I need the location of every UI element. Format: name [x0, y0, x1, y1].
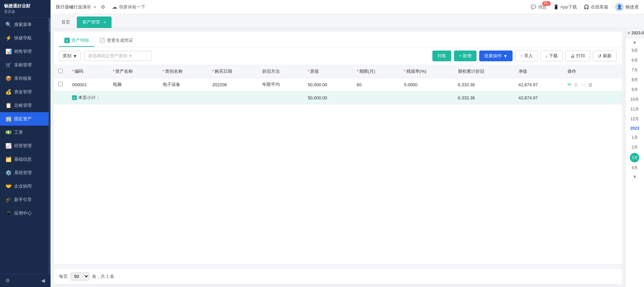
settings-gear-icon[interactable]: ⚙ — [101, 4, 105, 10]
table-row: 000001 电脑 电子设备 202206 年限平均 50,000.00 60 … — [54, 78, 622, 91]
toolbar: 类别 ▼ 请选择固定资产类别 ▼ 对账 + 新增 批量操作 ▼ ↑ — [54, 47, 622, 65]
select-all-checkbox[interactable] — [58, 69, 63, 73]
user-info[interactable]: 👤 畅捷通 — [615, 3, 639, 11]
sidebar-item-enterprise[interactable]: 🤝企业协同 — [0, 180, 49, 193]
print-btn[interactable]: 🖨 打印 — [565, 51, 590, 61]
cell-net-value-0: 42,874.97 — [514, 78, 562, 91]
month-item-nov[interactable]: 11月 — [629, 104, 641, 114]
month-item-jan2023[interactable]: 1月 — [629, 133, 641, 142]
sidebar: 畅捷通好业财 普及版 🔍搜索菜单⚡快捷导航📊销售管理🛒采购管理📦库存核算💰资金管… — [0, 0, 51, 287]
th-check — [54, 65, 67, 78]
filter-arrow-icon: ▼ — [129, 54, 132, 58]
account-btn[interactable]: 对账 — [432, 51, 451, 61]
sidebar-item-inventory[interactable]: 📦库存核算 — [0, 72, 49, 85]
tab-asset-management-label: 资产管理 — [82, 20, 100, 25]
sidebar-bottom: ⚙ ◀ — [0, 274, 51, 287]
sidebar-item-purchase[interactable]: 🛒采购管理 — [0, 58, 49, 72]
sidebar-item-management[interactable]: 📈经营管理 — [0, 139, 49, 153]
app-download-btn[interactable]: 📱 App下载 — [553, 4, 577, 10]
sidebar-item-sales[interactable]: 📊销售管理 — [0, 45, 49, 58]
th-code: *编码 — [67, 65, 108, 78]
sidebar-item-salary[interactable]: 💵工资 — [0, 126, 49, 139]
asset-table-container: *编码 *资产名称 *类别名称 *购买日期 折旧方法 *原值 *期限(月) *残… — [54, 65, 622, 264]
refresh-icon: ↺ — [598, 54, 602, 59]
subtab-change-voucher[interactable]: 📄 变更生成凭证 — [94, 35, 139, 47]
download-btn[interactable]: ↓ 下载 — [541, 51, 563, 61]
tabbar: 首页 资产管理 ✕ — [51, 14, 644, 28]
subtotal-row: ≡ 本页小计： 50,000.00 6,333.36 42,874.97 — [54, 91, 622, 104]
month-item-jul[interactable]: 7月 — [629, 65, 641, 75]
category-filter-input[interactable]: 请选择固定资产类别 ▼ — [84, 51, 152, 61]
cell-accumulated-depreciation-0: 6,333.36 — [453, 78, 514, 91]
subtab-asset-detail[interactable]: ≡ 资产明细 — [59, 35, 94, 47]
sidebar-item-label-guide: 新手引导 — [14, 197, 32, 203]
topbar-right: 💬 消息 99+ 📱 App下载 🎧 在线客服 👤 畅捷通 — [531, 3, 639, 11]
edit-icon-0[interactable]: ✏ — [568, 82, 572, 88]
sidebar-item-app-center[interactable]: 📱应用中心 — [0, 206, 49, 220]
cell-category-0: 电子设备 — [158, 78, 208, 91]
message-btn[interactable]: 💬 消息 99+ — [531, 4, 547, 10]
customer-service-btn[interactable]: 🎧 在线客服 — [584, 4, 608, 10]
month-item-jun[interactable]: 6月 — [629, 56, 641, 65]
total-label: 条，共 1 条 — [92, 274, 114, 280]
right-panel-year: 2023.03 — [632, 31, 644, 35]
right-panel: ✕ 2023.03 ⛶ ▲ 5月6月7月8月9月10月11月12月20231月2… — [625, 28, 644, 287]
import-btn[interactable]: ↑ 导入 — [515, 51, 538, 61]
nav-up-btn[interactable]: ▲ — [625, 38, 644, 46]
refresh-btn[interactable]: ↺ 刷新 — [593, 51, 617, 61]
delete-icon-0[interactable]: 🗑 — [588, 82, 593, 88]
cell-period-0: 60 — [352, 78, 399, 91]
more-icon-0[interactable]: ⋯ — [580, 82, 585, 88]
subtab-change-voucher-label: 变更生成凭证 — [107, 37, 133, 43]
month-item-oct[interactable]: 10月 — [629, 95, 641, 104]
th-period: *期限(月) — [352, 65, 399, 78]
month-item-dec[interactable]: 12月 — [629, 114, 641, 124]
sidebar-item-label-quick-nav: 快捷导航 — [14, 35, 32, 41]
sidebar-item-basic-info[interactable]: 🗂️基础信息 — [0, 153, 49, 166]
month-item-may[interactable]: 5月 — [629, 46, 641, 56]
sales-icon: 📊 — [5, 49, 11, 55]
month-item-sep[interactable]: 9月 — [629, 85, 641, 95]
settings-icon[interactable]: ⚙ — [5, 278, 10, 284]
copy-icon-0[interactable]: ⎘ — [575, 82, 578, 88]
import-icon: ↑ — [520, 54, 523, 59]
category-filter-label: 类别 ▼ — [59, 51, 81, 61]
sidebar-item-system[interactable]: ⚙️系统管理 — [0, 166, 49, 180]
customer-service-label: 在线客服 — [591, 4, 608, 10]
right-panel-close-icon[interactable]: ✕ — [627, 30, 631, 36]
experience-btn[interactable]: ☁ 我要体验一下 — [112, 4, 145, 10]
subtotal-residual — [399, 91, 453, 104]
main-area: 医疗器械行业演示 ▼ ⚙ ☁ 我要体验一下 💬 消息 99+ 📱 App下载 🎧… — [51, 0, 644, 287]
company-selector[interactable]: 医疗器械行业演示 ▼ — [56, 4, 97, 10]
month-item-mar2023[interactable]: 3月 — [630, 153, 639, 162]
tab-home[interactable]: 首页 — [56, 17, 75, 28]
batch-btn-arrow: ▼ — [503, 54, 508, 59]
user-name: 畅捷通 — [625, 4, 639, 10]
sidebar-item-search[interactable]: 🔍搜索菜单 — [0, 18, 49, 31]
horizontal-scrollbar[interactable] — [54, 264, 622, 268]
per-page-select[interactable]: 10 20 50 100 — [70, 272, 89, 281]
month-item-aug[interactable]: 8月 — [629, 75, 641, 85]
download-icon: ↓ — [546, 54, 548, 59]
cell-code-0: 000001 — [67, 78, 108, 91]
toolbar-actions: 对账 + 新增 批量操作 ▼ ↑ 导入 ↓ 下载 🖨 — [432, 51, 617, 61]
nav-down-btn[interactable]: ▼ — [625, 173, 644, 181]
month-item-feb2023[interactable]: 2月 — [629, 142, 641, 152]
tab-close-icon[interactable]: ✕ — [103, 20, 106, 24]
sidebar-item-ledger[interactable]: 📋总账管理 — [0, 99, 49, 112]
new-btn[interactable]: + 新增 — [454, 51, 477, 61]
month-item-apr2023[interactable]: 4月 — [629, 163, 641, 173]
sidebar-item-guide[interactable]: 🎓新手引导 — [0, 193, 49, 206]
collapse-icon[interactable]: ◀ — [41, 278, 45, 284]
sidebar-item-fund[interactable]: 💰资金管理 — [0, 85, 49, 99]
sidebar-item-quick-nav[interactable]: ⚡快捷导航 — [0, 31, 49, 45]
app-center-icon: 📱 — [5, 210, 11, 216]
batch-btn[interactable]: 批量操作 ▼ — [479, 51, 513, 61]
tab-asset-management[interactable]: 资产管理 ✕ — [77, 17, 112, 28]
sidebar-item-fixed-assets[interactable]: 🏢固定资产 — [0, 112, 49, 126]
change-voucher-icon: 📄 — [100, 38, 105, 43]
subtab-asset-detail-label: 资产明细 — [71, 37, 89, 43]
asset-table: *编码 *资产名称 *类别名称 *购买日期 折旧方法 *原值 *期限(月) *残… — [54, 65, 622, 104]
row-checkbox-0[interactable] — [58, 82, 63, 86]
subtotal-ops — [563, 91, 622, 104]
